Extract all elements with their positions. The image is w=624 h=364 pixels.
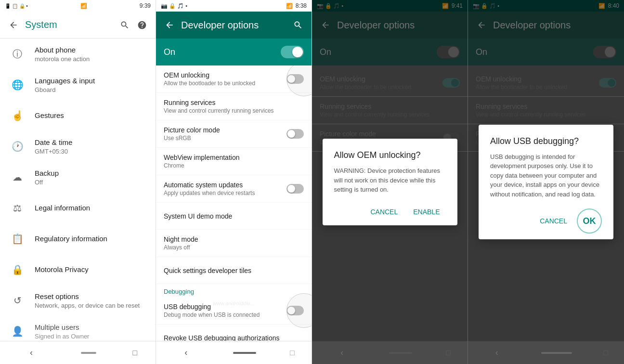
oem-dialog-body: WARNING: Device protection features will… [334,166,446,195]
about-subtitle: motorola one action [35,55,148,63]
dev-item-ui-demo[interactable]: System UI demo mode [156,203,312,230]
dev-item-webview[interactable]: WebView implementation Chrome [156,148,312,175]
reset-icon: ↺ [8,291,27,310]
toolbar-2: Developer options [156,12,312,39]
dev-item-qs-tiles[interactable]: Quick settings developer tiles [156,257,312,284]
notification-icons-1: 📱 📋 🔒 • [5,3,28,9]
status-bar-1: 📱 📋 🔒 • 📶 9:39 [0,0,156,12]
usb-dialog-title: Allow USB debugging? [490,136,602,146]
panel-developer-usb-dialog: 📷 🔒 🎵 • 📶 8:40 Developer options On OEM … [468,0,624,364]
debugging-label-2: Debugging [156,284,312,297]
oem-dialog-title: Allow OEM unlocking? [334,150,446,160]
status-bar-2: 📷 🔒 🎵 • 📶 8:38 [156,0,312,12]
on-header-2: On [156,39,312,65]
oem-cancel-button[interactable]: Cancel [364,204,403,220]
back-nav-1[interactable]: ‹ [18,344,44,362]
usb-cancel-button[interactable]: Cancel [534,213,573,229]
on-toggle-2[interactable] [281,46,304,58]
usb-toggle-2[interactable] [286,306,304,315]
settings-item-language[interactable]: 🌐 Languages & input Gboard [0,69,156,100]
settings-item-regulatory[interactable]: 📋 Regulatory information [0,223,156,254]
settings-item-privacy[interactable]: 🔒 Motorola Privacy [0,254,156,285]
status-icons-left-1: 📱 📋 🔒 • [5,3,28,9]
picture-toggle-2[interactable] [286,129,304,139]
dev-options-list-2: OEM unlocking Allow the bootloader to be… [156,65,312,341]
info-icon: ⓘ [8,44,27,64]
dev-item-revoke[interactable]: Revoke USB debugging authorizations [156,325,312,341]
search-button-2[interactable] [292,19,304,31]
oem-enable-button[interactable]: Enable [407,204,445,220]
oem-dialog-actions: Cancel Enable [334,204,446,220]
bottom-nav-1: ‹ □ [0,341,156,364]
toolbar-title-2: Developer options [181,20,286,31]
backup-icon: ☁ [8,168,27,187]
dev-item-usb[interactable]: USB debugging Debug mode when USB is con… [156,297,312,325]
regulatory-icon: 📋 [8,229,27,248]
dev-item-oem[interactable]: OEM unlocking Allow the bootloader to be… [156,65,312,93]
help-button-1[interactable] [136,19,148,31]
recent-nav-1[interactable]: □ [132,349,137,357]
search-button-1[interactable] [119,19,130,31]
dev-item-running[interactable]: Running services View and control curren… [156,93,312,120]
settings-item-backup[interactable]: ☁ Backup Off [0,162,156,193]
toolbar-title-1: System [25,19,113,30]
dev-item-picture[interactable]: Picture color mode Use sRGB [156,120,312,148]
wifi-icon-1: 📶 [80,3,87,9]
dev-item-night[interactable]: Night mode Always off [156,230,312,257]
language-icon: 🌐 [8,75,27,94]
usb-ok-button[interactable]: OK [577,212,602,230]
home-nav-1[interactable] [81,352,96,354]
back-button-1[interactable] [8,19,19,31]
usb-dialog-overlay: Allow USB debugging? USB debugging is in… [468,0,624,364]
about-title: About phone [35,45,148,55]
panel-developer-base: 📷 🔒 🎵 • 📶 8:38 Developer options On OEM … [156,0,312,364]
panel-developer-oem-dialog: 📷 🔒 🎵 • 📶 9:41 Developer options On OEM … [312,0,468,364]
time-2: 8:38 [296,2,307,9]
settings-item-about[interactable]: ⓘ About phone motorola one action [0,39,156,69]
legal-icon: ⚖ [8,198,27,218]
settings-item-users[interactable]: 👤 Multiple users Signed in as Owner [0,316,156,341]
on-label-2: On [164,47,281,57]
usb-dialog: Allow USB debugging? USB debugging is in… [479,125,613,240]
back-nav-2[interactable]: ‹ [173,344,199,362]
ok-circle: OK [577,208,602,234]
wifi-2: 📶 [286,3,293,9]
settings-item-legal[interactable]: ⚖ Legal information [0,193,156,223]
dev-item-auto-updates[interactable]: Automatic system updates Apply updates w… [156,175,312,203]
settings-list-1: ⓘ About phone motorola one action 🌐 Lang… [0,39,156,341]
oem-dialog: Allow OEM unlocking? WARNING: Device pro… [323,139,457,225]
usb-dialog-body: USB debugging is intended for developmen… [490,152,602,199]
home-nav-2[interactable] [233,352,256,354]
gesture-icon: ☝ [8,106,27,125]
settings-item-gestures[interactable]: ☝ Gestures [0,100,156,131]
status-icons-2: 📷 🔒 🎵 • [161,3,187,9]
panel-system: 📱 📋 🔒 • 📶 9:39 System ⓘ About phone moto… [0,0,156,364]
users-icon: 👤 [8,322,27,341]
recent-nav-2[interactable]: □ [290,349,295,357]
toolbar-1: System [0,12,156,39]
back-button-2[interactable] [164,19,175,31]
oem-toggle-2[interactable] [286,74,304,84]
time-1: 9:39 [140,2,151,9]
settings-item-datetime[interactable]: 🕐 Date & time GMT+05:30 [0,131,156,162]
oem-dialog-overlay: Allow OEM unlocking? WARNING: Device pro… [312,0,468,364]
privacy-icon: 🔒 [8,260,27,279]
clock-icon: 🕐 [8,137,27,156]
autoupdate-toggle-2[interactable] [286,184,304,194]
settings-item-reset[interactable]: ↺ Reset options Network, apps, or device… [0,285,156,316]
bottom-nav-2: ‹ □ [156,341,312,364]
usb-dialog-actions: Cancel OK [490,208,602,234]
